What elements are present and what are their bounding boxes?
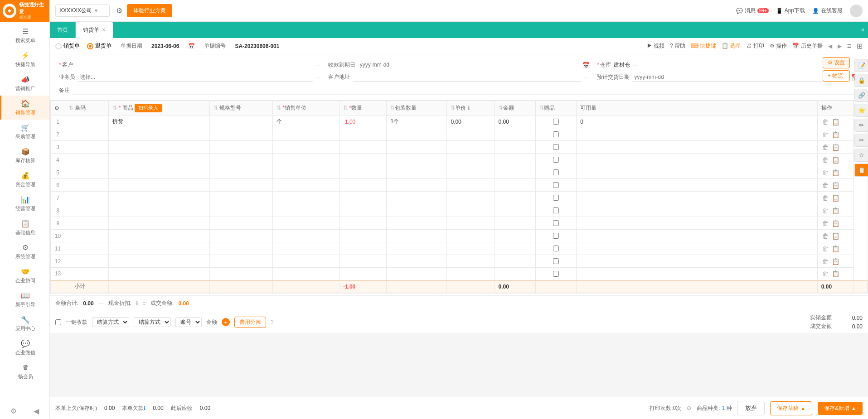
logistics-btn[interactable]: + 物流 (823, 70, 850, 82)
copy-row-btn[interactable]: 📋 (831, 258, 840, 265)
print-count-info[interactable]: ⊙ (687, 405, 691, 411)
one-click-checkbox[interactable] (55, 319, 61, 325)
view-grid-icon[interactable]: ⊞ (857, 42, 863, 50)
header-gear-icon[interactable]: ⚙ (116, 6, 122, 15)
collect-date-input[interactable] (358, 61, 580, 69)
save-draft-btn[interactable]: 保存草稿 ▲ (770, 401, 812, 415)
sort-barcode-icon[interactable]: ⇅ (69, 105, 73, 111)
split-btn[interactable]: 费用分摊 (234, 317, 266, 328)
tab-close-window[interactable]: × (861, 27, 868, 33)
gift-checkbox[interactable] (553, 144, 559, 150)
copy-row-btn[interactable]: 📋 (831, 270, 840, 277)
delete-row-btn[interactable]: 🗑 (821, 270, 829, 277)
sidebar-item-purchase[interactable]: 🛒 采购管理 (0, 120, 49, 144)
copy-row-btn[interactable]: 📋 (831, 207, 840, 214)
account-select[interactable]: 账号 (175, 317, 202, 327)
remark-input[interactable] (73, 86, 859, 95)
delete-row-btn[interactable]: 🗑 (821, 156, 829, 164)
gift-checkbox[interactable] (553, 207, 559, 213)
discard-btn[interactable]: 放弃 (737, 401, 765, 415)
action-history[interactable]: 📅 历史单据 (792, 42, 822, 50)
copy-row-btn[interactable]: 📋 (831, 131, 840, 138)
copy-row-btn[interactable]: 📋 (831, 182, 840, 189)
save-new-btn[interactable]: 保存&新增 ▲ (818, 402, 863, 415)
delete-row-btn[interactable]: 🗑 (821, 182, 829, 189)
delete-row-btn[interactable]: 🗑 (821, 207, 829, 214)
customer-input[interactable] (76, 61, 313, 69)
copy-row-btn[interactable]: 📋 (831, 220, 840, 227)
copy-row-btn[interactable]: 📋 (831, 169, 840, 176)
customer-dots[interactable]: ··· (315, 62, 321, 69)
payment-method-select2[interactable]: 结算方式 (134, 317, 171, 327)
tab-home[interactable]: 首页 (50, 22, 76, 38)
app-download-btn[interactable]: 📱 App下载 (776, 7, 805, 14)
sidebar-item-inventory[interactable]: 📦 库存核算 (0, 144, 49, 168)
sort-pack-icon[interactable]: ⇅ (390, 105, 395, 111)
tab-close-icon[interactable]: × (102, 27, 105, 33)
th-gear[interactable]: ⚙ (51, 101, 65, 116)
sidebar-item-system[interactable]: ⚙ 系统管理 (0, 240, 49, 264)
date-calendar-icon[interactable]: 📅 (188, 43, 195, 49)
sort-qty-icon[interactable]: ⇅ (343, 105, 348, 111)
sort-unit-icon[interactable]: ⇅ (276, 105, 281, 111)
split-question-icon[interactable]: ? (271, 319, 274, 325)
scan-btn[interactable]: 扫码录入 (135, 104, 162, 112)
cash-discount-info[interactable]: ℹ (136, 300, 138, 307)
sidebar-item-basic[interactable]: 📋 基础信息 (0, 216, 49, 240)
sidebar-item-guide[interactable]: 📖 新手引导 (0, 288, 49, 312)
delete-row-btn[interactable]: 🗑 (821, 258, 829, 265)
tab-sales-order[interactable]: 销货单 × (76, 22, 113, 38)
sort-amount-icon[interactable]: ⇅ (499, 105, 503, 111)
float-btn-1[interactable]: 📝 (854, 59, 868, 72)
float-btn-8[interactable]: 📋 (854, 164, 868, 177)
table-gear-icon[interactable]: ⚙ (54, 105, 59, 111)
salesperson-input[interactable] (78, 73, 313, 82)
expected-delivery-input[interactable] (632, 73, 849, 82)
copy-row-btn[interactable]: 📋 (831, 144, 840, 151)
action-select[interactable]: 📋 选单 (722, 42, 741, 50)
sidebar-item-search-order[interactable]: ☰ 搜索菜单 (0, 24, 49, 48)
float-btn-5[interactable]: ✏ (854, 119, 868, 132)
gift-checkbox[interactable] (553, 258, 559, 264)
sidebar-item-enterprise[interactable]: 🤝 企业协同 (0, 264, 49, 288)
action-help[interactable]: ? 帮助 (670, 42, 685, 50)
action-operation[interactable]: ⚙ 操作 (770, 42, 787, 50)
user-avatar[interactable] (850, 5, 863, 17)
sidebar-item-sales[interactable]: 🏠 销售管理 (0, 96, 49, 120)
online-support-btn[interactable]: 👤 在线客服 (812, 7, 843, 14)
sidebar-item-wechat[interactable]: 💬 企业微信 (0, 336, 49, 360)
warehouse-dots[interactable]: ··· (633, 62, 638, 69)
nav-prev-icon[interactable]: ◀ (828, 43, 832, 49)
nav-next-icon[interactable]: ▶ (838, 43, 842, 49)
gift-checkbox[interactable] (553, 195, 559, 201)
company-selector[interactable]: XXXXXX公司 ▼ (55, 5, 110, 17)
collect-date-calendar-icon[interactable]: 📅 (582, 62, 590, 69)
trial-btn[interactable]: 体验行业方案 (127, 4, 172, 17)
gift-checkbox[interactable] (553, 157, 559, 163)
payment-method-select[interactable]: 结算方式 (92, 317, 129, 327)
radio-return[interactable]: 退货单 (87, 42, 112, 50)
sidebar-settings-btn[interactable]: ⚙ (10, 407, 17, 415)
sidebar-item-vip[interactable]: ♛ 畅会员 (0, 360, 49, 384)
copy-row-btn[interactable]: 📋 (831, 245, 840, 252)
gift-checkbox[interactable] (553, 220, 559, 226)
copy-row-btn[interactable]: 📋 (831, 118, 840, 125)
action-video[interactable]: ▶ 视频 (647, 42, 664, 50)
sidebar-item-app[interactable]: 🔧 应用中心 (0, 312, 49, 336)
action-shortcut[interactable]: ⌨ 快捷键 (691, 42, 716, 50)
sidebar-item-ops[interactable]: 📊 经营管理 (0, 192, 49, 216)
message-btn[interactable]: 💬 消息 99+ (736, 7, 769, 14)
delete-row-btn[interactable]: 🗑 (821, 118, 829, 125)
salesperson-dots[interactable]: ··· (315, 74, 321, 81)
sidebar-item-quick-nav[interactable]: ⚡ 快捷导航 (0, 48, 49, 72)
customer-addr-dots[interactable]: ··· (585, 74, 590, 81)
copy-row-btn[interactable]: 📋 (831, 194, 840, 202)
radio-sales[interactable]: 销货单 (55, 42, 80, 50)
action-print[interactable]: 🖨 打印 (747, 42, 764, 50)
sidebar-collapse-btn[interactable]: ◀ (34, 407, 39, 415)
product-type-value[interactable]: 1 (722, 405, 725, 411)
float-btn-4[interactable]: ⭐ (854, 104, 868, 117)
float-btn-3[interactable]: 🔗 (854, 89, 868, 102)
sidebar-item-finance[interactable]: 💰 资金管理 (0, 168, 49, 192)
gift-checkbox[interactable] (553, 233, 559, 239)
